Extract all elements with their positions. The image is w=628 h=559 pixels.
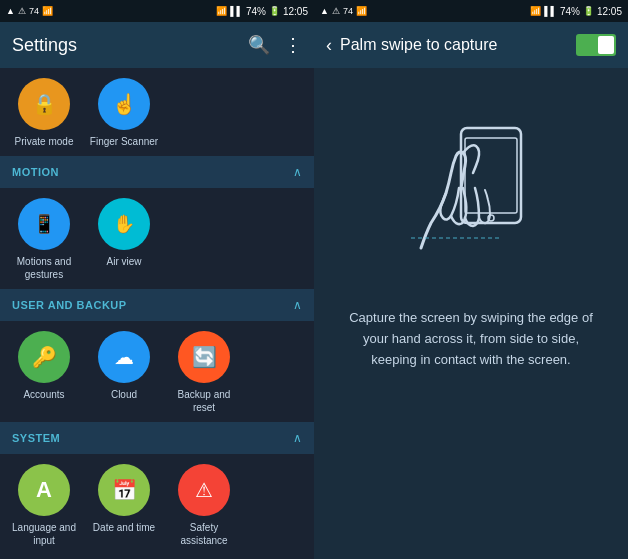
finger-scanner-icon: ☝ (98, 78, 150, 130)
right-wifi-icon: 📶 (530, 6, 541, 16)
motion-section-header[interactable]: MOTION ∧ (0, 156, 314, 188)
safety-assistance-item[interactable]: ⚠ Safety assistance (168, 464, 240, 547)
right-battery-small: 74 (343, 6, 353, 16)
system-icon-row: A Language and input 📅 Date and time ⚠ S… (0, 454, 314, 555)
signal-bars: ▌▌ (230, 6, 243, 16)
toggle-knob (598, 36, 614, 54)
backup-reset-icon: 🔄 (178, 331, 230, 383)
cloud-icon: ☁ (98, 331, 150, 383)
settings-header: Settings 🔍 ⋮ (0, 22, 314, 68)
motion-section-title: MOTION (12, 166, 59, 178)
cloud-label: Cloud (111, 388, 137, 401)
accounts-label: Accounts (23, 388, 64, 401)
user-backup-icon-row: 🔑 Accounts ☁ Cloud 🔄 Backup and reset (0, 321, 314, 422)
private-mode-icon: 🔒 (18, 78, 70, 130)
right-battery-percent: 74% (560, 6, 580, 17)
system-section-arrow: ∧ (293, 431, 302, 445)
motions-gestures-item[interactable]: 📱 Motions and gestures (8, 198, 80, 281)
air-view-icon: ✋ (98, 198, 150, 250)
palm-swipe-content: Capture the screen by swiping the edge o… (314, 68, 628, 559)
right-battery-icon: 🔋 (583, 6, 594, 16)
motions-gestures-label: Motions and gestures (8, 255, 80, 281)
notification-icon: ▲ (6, 6, 15, 16)
top-icon-row: 🔒 Private mode ☝ Finger Scanner (0, 68, 314, 156)
settings-title: Settings (12, 35, 77, 56)
safety-assistance-icon: ⚠ (178, 464, 230, 516)
backup-reset-item[interactable]: 🔄 Backup and reset (168, 331, 240, 414)
settings-panel: ▲ ⚠ 74 📶 📶 ▌▌ 74% 🔋 12:05 Settings 🔍 ⋮ 🔒 (0, 0, 314, 559)
palm-swipe-header: ‹ Palm swipe to capture (314, 22, 628, 68)
right-status-left: ▲ ⚠ 74 📶 (320, 6, 367, 16)
back-button[interactable]: ‹ (326, 35, 332, 56)
palm-swipe-description: Capture the screen by swiping the edge o… (334, 308, 608, 370)
accounts-item[interactable]: 🔑 Accounts (8, 331, 80, 414)
right-status-bar: ▲ ⚠ 74 📶 📶 ▌▌ 74% 🔋 12:05 (314, 0, 628, 22)
left-status-bar: ▲ ⚠ 74 📶 📶 ▌▌ 74% 🔋 12:05 (0, 0, 314, 22)
user-backup-section-arrow: ∧ (293, 298, 302, 312)
palm-swipe-svg (391, 88, 551, 288)
date-time-icon: 📅 (98, 464, 150, 516)
right-signal-small: 📶 (356, 6, 367, 16)
safety-assistance-label: Safety assistance (168, 521, 240, 547)
user-backup-section-title: USER AND BACKUP (12, 299, 127, 311)
language-input-item[interactable]: A Language and input (8, 464, 80, 547)
palm-swipe-title: Palm swipe to capture (340, 36, 568, 54)
right-signal-bars: ▌▌ (544, 6, 557, 16)
system-section-header[interactable]: SYSTEM ∧ (0, 422, 314, 454)
alert-icon: ⚠ (18, 6, 26, 16)
svg-rect-0 (461, 128, 521, 223)
air-view-label: Air view (106, 255, 141, 268)
language-input-label: Language and input (8, 521, 80, 547)
status-bar-left-icons: ▲ ⚠ 74 📶 (6, 6, 53, 16)
cloud-item[interactable]: ☁ Cloud (88, 331, 160, 414)
motion-icon-row: 📱 Motions and gestures ✋ Air view (0, 188, 314, 289)
right-notification-icon: ▲ (320, 6, 329, 16)
palm-swipe-panel: ▲ ⚠ 74 📶 📶 ▌▌ 74% 🔋 12:05 ‹ Palm swipe t… (314, 0, 628, 559)
status-bar-right: 📶 ▌▌ 74% 🔋 12:05 (216, 6, 308, 17)
motions-gestures-icon: 📱 (18, 198, 70, 250)
motion-section-arrow: ∧ (293, 165, 302, 179)
accounts-icon: 🔑 (18, 331, 70, 383)
header-actions: 🔍 ⋮ (248, 34, 302, 56)
hand-illustration (391, 88, 551, 288)
settings-list: 🔒 Private mode ☝ Finger Scanner MOTION ∧… (0, 68, 314, 559)
language-input-icon: A (18, 464, 70, 516)
battery-icon-left: 74 (29, 6, 39, 16)
user-backup-section-header[interactable]: USER AND BACKUP ∧ (0, 289, 314, 321)
battery-icon-status: 🔋 (269, 6, 280, 16)
private-mode-item[interactable]: 🔒 Private mode (8, 78, 80, 148)
finger-scanner-item[interactable]: ☝ Finger Scanner (88, 78, 160, 148)
finger-scanner-label: Finger Scanner (90, 135, 158, 148)
right-time: 12:05 (597, 6, 622, 17)
date-time-item[interactable]: 📅 Date and time (88, 464, 160, 547)
right-alert-icon: ⚠ (332, 6, 340, 16)
private-mode-label: Private mode (15, 135, 74, 148)
backup-reset-label: Backup and reset (168, 388, 240, 414)
signal-icon-small: 📶 (42, 6, 53, 16)
battery-percent-left: 74% (246, 6, 266, 17)
wifi-icon: 📶 (216, 6, 227, 16)
palm-swipe-toggle[interactable] (576, 34, 616, 56)
svg-rect-1 (465, 138, 517, 213)
time-left: 12:05 (283, 6, 308, 17)
search-icon[interactable]: 🔍 (248, 34, 270, 56)
date-time-label: Date and time (93, 521, 155, 534)
overflow-menu-icon[interactable]: ⋮ (284, 34, 302, 56)
system-section-title: SYSTEM (12, 432, 60, 444)
air-view-item[interactable]: ✋ Air view (88, 198, 160, 281)
right-status-right: 📶 ▌▌ 74% 🔋 12:05 (530, 6, 622, 17)
